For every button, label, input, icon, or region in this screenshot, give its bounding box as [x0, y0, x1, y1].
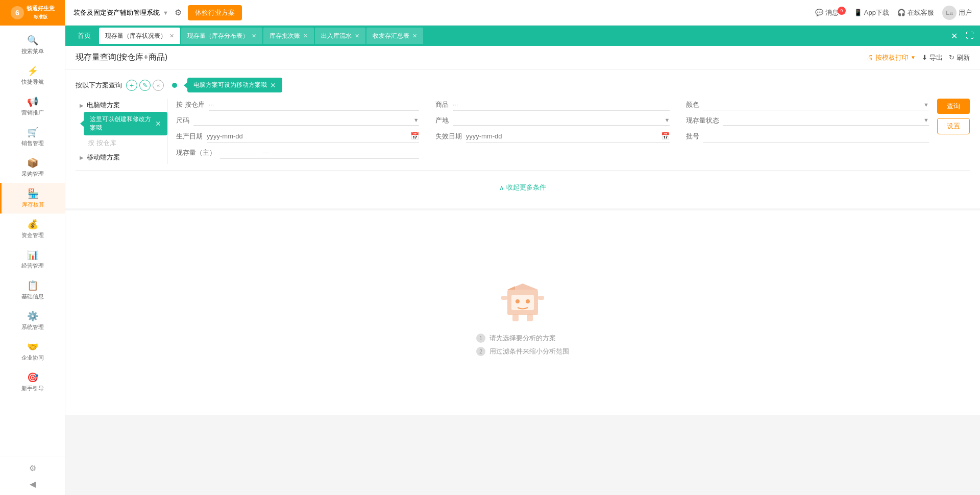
- tooltip-close-icon[interactable]: ✕: [270, 81, 276, 89]
- sidebar-item-marketing[interactable]: 📢 营销推广: [0, 91, 65, 122]
- tooltip-text2: 这里可以创建和修改方案哦: [90, 115, 152, 132]
- origin-dropdown-icon: ▼: [664, 117, 670, 123]
- filter-field-color: 颜色 ▼: [678, 100, 929, 110]
- app-name: 畅通好生意: [27, 5, 55, 12]
- filter-fields: 按 按仓库 ··· 商品 ··· 颜色: [167, 99, 929, 164]
- export-label: 导出: [929, 53, 943, 62]
- empty-tips: 1 请先选择要分析的方案 2 用过滤条件来缩小分析范围: [476, 334, 569, 356]
- online-service-button[interactable]: 🎧 在线客服: [897, 8, 934, 17]
- color-label: 颜色: [686, 100, 699, 109]
- tab-close-icon[interactable]: ✕: [355, 33, 359, 39]
- notice-button[interactable]: 💬 消息 9: [815, 8, 846, 17]
- tab-home[interactable]: 首页: [69, 26, 99, 46]
- product-select[interactable]: ···: [453, 99, 670, 111]
- scheme-collapse-icon: ▶: [80, 103, 84, 108]
- service-icon: 🎧: [897, 9, 905, 16]
- inventory-icon: 🏪: [28, 188, 39, 199]
- industry-solution-button[interactable]: 体验行业方案: [188, 5, 242, 20]
- stock-range-dash: —: [263, 149, 270, 156]
- svg-point-4: [516, 299, 520, 303]
- tab-label: 收发存汇总表: [373, 32, 409, 40]
- sidebar-item-label: 经营管理: [21, 262, 44, 270]
- print-button[interactable]: 🖨 按模板打印 ▼: [867, 53, 916, 62]
- scheme-desktop-item[interactable]: ▶ 电脑端方案: [76, 99, 167, 112]
- notice-badge: 9: [838, 7, 846, 15]
- export-button[interactable]: ⬇ 导出: [922, 53, 943, 62]
- tab-batch[interactable]: 库存批次账 ✕: [263, 28, 314, 44]
- sidebar-item-nav[interactable]: ⚡ 快捷导航: [0, 60, 65, 91]
- expire-date-label: 失效日期: [435, 132, 462, 141]
- svg-rect-3: [511, 295, 534, 310]
- sidebar-item-base-info[interactable]: 📋 基础信息: [0, 275, 65, 305]
- scheme-mobile-collapse-icon: ▶: [80, 155, 84, 160]
- filter-field-stock-main: 现存量（主） —: [176, 147, 427, 159]
- size-select[interactable]: ▼: [193, 115, 419, 126]
- warehouse-select[interactable]: ···: [209, 99, 419, 111]
- system-icon: ⚙️: [27, 311, 38, 322]
- batch-input[interactable]: [703, 132, 929, 140]
- sidebar-item-operations[interactable]: 📊 经营管理: [0, 244, 65, 275]
- produce-date-calendar-icon[interactable]: 📅: [410, 132, 419, 140]
- tab-close-icon[interactable]: ✕: [252, 33, 256, 39]
- scheme-back-button[interactable]: «: [153, 80, 164, 91]
- scheme-mobile-item[interactable]: ▶ 移动端方案: [76, 151, 167, 164]
- sidebar-item-sales[interactable]: 🛒 销售管理: [0, 122, 65, 152]
- tab-fullscreen-icon[interactable]: ⛶: [964, 29, 976, 42]
- main: 装备及固定资产辅助管理系统 ▼ ⚙ 体验行业方案 💬 消息 9 📱 App下载 …: [65, 0, 980, 495]
- guide-icon: 🎯: [27, 372, 38, 383]
- edit-scheme-button[interactable]: ✎: [139, 80, 151, 91]
- service-label: 在线客服: [908, 8, 934, 17]
- tab-close-icon[interactable]: ✕: [169, 33, 174, 39]
- settings-icon[interactable]: ⚙: [175, 8, 182, 17]
- sidebar-item-purchase[interactable]: 📦 采购管理: [0, 152, 65, 183]
- filter-label: 按以下方案查询: [76, 81, 122, 90]
- produce-date-input[interactable]: [207, 132, 408, 140]
- tooltip2-close-icon[interactable]: ✕: [155, 120, 161, 128]
- scheme-mobile-label: 移动端方案: [87, 153, 120, 162]
- expire-date-calendar-icon[interactable]: 📅: [661, 132, 670, 140]
- filter-row-2: 尺码 ▼ 产地 ▼: [176, 115, 929, 126]
- stock-status-select[interactable]: ▼: [723, 115, 929, 126]
- filter-scheme-actions: + ✎ «: [126, 80, 164, 91]
- sidebar-item-label: 新手引导: [21, 385, 44, 392]
- expire-date-input[interactable]: [466, 132, 659, 140]
- tab-inout-flow[interactable]: 出入库流水 ✕: [315, 28, 365, 44]
- tab-close-all-icon[interactable]: ✕: [949, 29, 960, 43]
- app-tag: 标准版: [27, 14, 55, 21]
- sidebar-item-search[interactable]: 🔍 搜索菜单: [0, 30, 65, 60]
- sidebar-item-finance[interactable]: 💰 资金管理: [0, 214, 65, 244]
- reset-button[interactable]: 设置: [937, 118, 970, 134]
- topbar-left: 装备及固定资产辅助管理系统 ▼ ⚙ 体验行业方案: [74, 5, 242, 20]
- sidebar-item-collab[interactable]: 🤝 企业协同: [0, 336, 65, 367]
- system-selector[interactable]: 装备及固定资产辅助管理系统 ▼: [74, 8, 168, 17]
- sidebar-collapse-icon[interactable]: ◀: [30, 479, 36, 489]
- tab-summary[interactable]: 收发存汇总表 ✕: [366, 28, 423, 44]
- origin-select[interactable]: ▼: [453, 115, 670, 126]
- produce-date-label: 生产日期: [176, 132, 203, 141]
- app-download-button[interactable]: 📱 App下载: [854, 8, 889, 17]
- add-scheme-button[interactable]: +: [126, 80, 137, 91]
- query-button[interactable]: 查询: [937, 99, 970, 114]
- topbar-right: 💬 消息 9 📱 App下载 🎧 在线客服 Ea 用户: [815, 6, 972, 20]
- color-select[interactable]: ▼: [703, 100, 929, 110]
- sidebar-item-guide[interactable]: 🎯 新手引导: [0, 367, 65, 397]
- sidebar-item-inventory[interactable]: 🏪 库存核算: [0, 183, 65, 214]
- sidebar-settings-icon[interactable]: ⚙: [29, 463, 36, 473]
- tab-close-icon[interactable]: ✕: [412, 33, 417, 39]
- page-actions: 🖨 按模板打印 ▼ ⬇ 导出 ↻ 刷新: [867, 53, 970, 62]
- collapse-area: ∧ 收起更多条件: [76, 170, 970, 200]
- sidebar-item-system[interactable]: ⚙️ 系统管理: [0, 305, 65, 336]
- scheme-sub-item1[interactable]: 按 按仓库: [88, 137, 167, 149]
- svg-text:6: 6: [15, 9, 19, 17]
- collapse-button[interactable]: ∧ 收起更多条件: [76, 179, 970, 196]
- empty-state-area: 1 请先选择要分析的方案 2 用过滤条件来缩小分析范围: [65, 210, 980, 415]
- tab-inventory-dist[interactable]: 现存量（库存分布表） ✕: [181, 28, 262, 44]
- refresh-button[interactable]: ↻ 刷新: [949, 53, 970, 62]
- empty-illustration: [492, 269, 553, 325]
- tab-label: 现存量（库存分布表）: [187, 32, 249, 40]
- tab-close-icon[interactable]: ✕: [303, 33, 308, 39]
- tab-inventory-status[interactable]: 现存量（库存状况表） ✕: [99, 28, 180, 44]
- marketing-icon: 📢: [27, 96, 38, 107]
- stock-range-from[interactable]: [220, 149, 261, 156]
- user-menu[interactable]: Ea 用户: [942, 6, 972, 20]
